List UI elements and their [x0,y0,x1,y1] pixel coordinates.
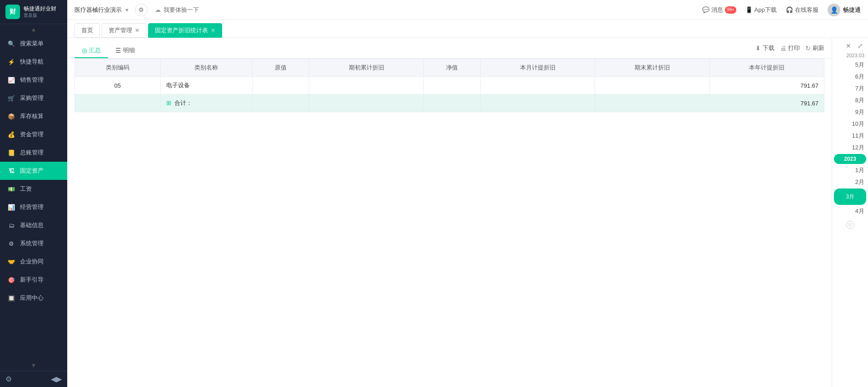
sidebar-item-ledger[interactable]: 📒 总账管理 [0,144,67,162]
collapse-icon[interactable]: ◀▶ [51,375,62,383]
sidebar-item-sys-mgmt[interactable]: ⚙ 系统管理 [0,234,67,253]
date-year-2023[interactable]: 2023 [834,154,866,164]
date-month-6[interactable]: 6月 [832,71,868,83]
sidebar-item-payroll[interactable]: 💵 工资 [0,180,67,198]
sidebar-item-search[interactable]: 🔍 搜索菜单 [0,35,67,53]
total-net [424,94,481,112]
sidebar-label-payroll: 工资 [20,185,32,193]
user-label: 畅捷通 [843,6,861,14]
refresh-label: 刷新 [813,44,824,52]
sub-tab-detail[interactable]: ☰ 明细 [108,44,142,58]
tab-home[interactable]: 首页 [74,23,100,38]
refresh-icon: ↻ [805,45,811,52]
col-original: 原值 [252,59,309,77]
date-month-2[interactable]: 2月 [832,176,868,188]
logo-sub: 普及版 [24,12,56,19]
date-month-1[interactable]: 1月 [832,164,868,176]
total-initial-accum [309,94,423,112]
sidebar-item-enterprise[interactable]: 🤝 企业协同 [0,253,67,271]
settings-icon[interactable]: ⚙ [5,375,12,383]
total-ending-accum [595,94,709,112]
total-icon: ⊞ [166,99,171,106]
cell-monthly-depr [481,77,595,94]
tab-asset-mgmt-close[interactable]: ✕ [135,27,139,34]
print-icon: 🖨 [780,45,786,52]
fixed-assets-icon: 🏗 [7,167,15,175]
date-month-11[interactable]: 11月 [832,130,868,142]
sidebar-item-app-center[interactable]: 🔲 应用中心 [0,289,67,307]
date-month-12[interactable]: 12月 [832,142,868,154]
table-total-row: ⊞ 合计： 791.67 [75,94,824,112]
date-month-3-active[interactable]: 3月 [834,189,866,205]
sidebar-item-inventory[interactable]: 📦 库存核算 [0,107,67,125]
payroll-icon: 💵 [7,185,15,193]
tab-asset-mgmt[interactable]: 资产管理 ✕ [102,23,146,38]
print-button[interactable]: 🖨 打印 [780,44,800,52]
cell-net [424,77,481,94]
total-label-text: 合计： [174,99,192,106]
tab-fixed-asset-report-close[interactable]: ✕ [211,27,215,34]
depreciation-table: 类别编码 类别名称 原值 期初累计折旧 净值 本月计提折旧 期末累计折旧 本年计… [74,59,824,112]
date-year-label: 2023.03 [832,52,868,59]
messages-button[interactable]: 💬 消息 99+ [702,6,736,14]
date-month-7[interactable]: 7月 [832,83,868,94]
sidebar-footer: ⚙ ◀▶ [0,371,67,387]
customer-service-label: 在线客服 [795,6,818,14]
tab-fixed-asset-report[interactable]: 固定资产折旧统计表 ✕ [148,23,222,38]
app-download-icon: 📱 [745,6,753,13]
table-container: 类别编码 类别名称 原值 期初累计折旧 净值 本月计提折旧 期末累计折旧 本年计… [67,59,832,387]
col-initial-accum: 期初累计折旧 [309,59,423,77]
sidebar-item-fixed-assets[interactable]: 🏗 固定资产 [0,162,67,180]
right-panel-expand-icon[interactable]: ⤢ [855,41,865,51]
sales-icon: 📈 [7,76,15,84]
date-month-9[interactable]: 9月 [832,106,868,118]
total-annual-depr: 791.67 [709,94,824,112]
search-icon: 🔍 [7,40,15,48]
sidebar-scroll-down[interactable]: ▼ [0,360,67,371]
sidebar-label-purchase: 采购管理 [20,94,44,102]
sidebar-item-quick-nav[interactable]: ⚡ 快捷导航 [0,53,67,71]
user-menu[interactable]: 👤 畅捷通 [828,4,861,16]
right-panel-close-icon[interactable]: ✕ [843,41,853,51]
download-button[interactable]: ⬇ 下载 [755,44,774,52]
sidebar-item-finance[interactable]: 💰 资金管理 [0,125,67,144]
date-month-4[interactable]: 4月 [832,205,868,217]
cloud-icon: ☁ [155,6,161,13]
cell-ending-accum [595,77,709,94]
settings-button[interactable]: ⚙ [135,4,148,16]
sidebar-label-app-center: 应用中心 [20,294,44,302]
purchase-icon: 🛒 [7,94,15,102]
col-code: 类别编码 [75,59,161,77]
date-month-10[interactable]: 10月 [832,118,868,130]
cell-annual-depr: 791.67 [709,77,824,94]
table-row: 05 电子设备 791.67 [75,77,824,94]
sub-tab-summary[interactable]: ◎ 汇总 [74,44,108,58]
total-empty [75,94,161,112]
experience-button[interactable]: ☁ 我要体验一下 [155,6,199,14]
summary-icon: ◎ [82,47,87,54]
customer-service-button[interactable]: 🎧 在线客服 [786,6,818,14]
date-month-5[interactable]: 5月 [832,59,868,71]
cell-code: 05 [75,77,161,94]
app-download-button[interactable]: 📱 App下载 [745,6,777,14]
sidebar-scroll-up[interactable]: ▲ [0,24,67,35]
sidebar-item-purchase[interactable]: 🛒 采购管理 [0,89,67,107]
company-dropdown-arrow: ▼ [124,7,129,13]
download-label: 下载 [763,44,774,52]
sidebar-label-guide: 新手引导 [20,276,44,284]
sidebar-item-sales[interactable]: 📈 销售管理 [0,71,67,89]
date-month-3-circle: 3月 [844,190,857,203]
enterprise-icon: 🤝 [7,258,15,266]
tab-home-label: 首页 [81,26,93,35]
sub-tab-summary-label: 汇总 [89,46,101,55]
detail-icon: ☰ [115,47,121,54]
company-selector[interactable]: 医疗器械行业演示 ▼ [74,6,129,14]
sidebar-item-operations[interactable]: 📊 经营管理 [0,198,67,216]
sidebar-item-base-info[interactable]: 🗂 基础信息 [0,216,67,234]
total-monthly-depr [481,94,595,112]
app-center-icon: 🔲 [7,294,15,302]
date-month-8[interactable]: 8月 [832,94,868,106]
sidebar-item-guide[interactable]: 🎯 新手引导 [0,271,67,289]
refresh-button[interactable]: ↻ 刷新 [805,44,824,52]
app-download-label: App下载 [754,6,777,14]
